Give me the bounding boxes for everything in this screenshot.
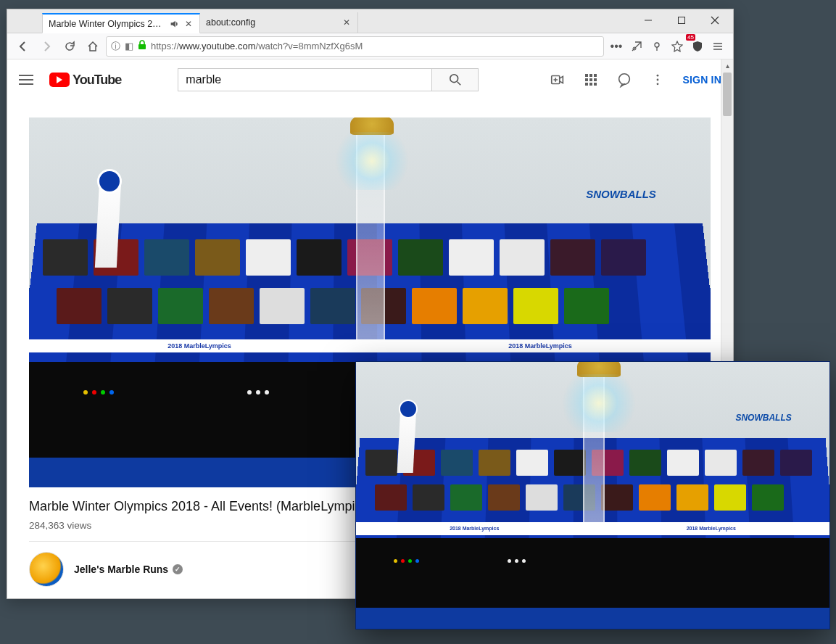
extension-icon-2[interactable] bbox=[647, 36, 666, 57]
home-button[interactable] bbox=[83, 36, 103, 57]
lock-icon bbox=[138, 40, 146, 52]
header-right: SIGN IN bbox=[549, 71, 721, 88]
scroll-thumb[interactable] bbox=[723, 73, 732, 116]
svg-point-7 bbox=[619, 74, 630, 85]
play-icon bbox=[49, 73, 70, 87]
app-menu-button[interactable] bbox=[708, 36, 727, 57]
olympic-torch bbox=[356, 125, 385, 339]
back-button[interactable] bbox=[13, 36, 33, 57]
menu-icon[interactable] bbox=[19, 71, 36, 88]
tab-leading-space bbox=[7, 9, 42, 33]
close-icon[interactable]: ✕ bbox=[342, 17, 352, 28]
channel-avatar[interactable] bbox=[29, 552, 64, 587]
verified-icon: ✓ bbox=[173, 564, 183, 574]
forward-button[interactable] bbox=[36, 36, 57, 57]
pip-thumbnail: SNOWBALLS 2018 MarbleLympics 2018 Marble… bbox=[356, 362, 829, 629]
scroll-up-icon[interactable]: ▴ bbox=[721, 59, 733, 71]
youtube-logo-text: YouTube bbox=[73, 73, 121, 88]
close-icon[interactable]: ✕ bbox=[183, 19, 194, 29]
svg-point-10 bbox=[657, 83, 659, 85]
window-maximize-button[interactable] bbox=[665, 9, 698, 31]
signin-button[interactable]: SIGN IN bbox=[682, 74, 721, 86]
blocker-extension-icon[interactable]: 45 bbox=[688, 36, 707, 57]
apps-icon[interactable] bbox=[582, 71, 600, 88]
svg-rect-1 bbox=[679, 17, 685, 24]
more-icon[interactable] bbox=[649, 71, 666, 88]
window-close-button[interactable] bbox=[698, 9, 732, 31]
channel-name[interactable]: Jelle's Marble Runs ✓ bbox=[74, 564, 183, 575]
pip-window[interactable]: SNOWBALLS 2018 MarbleLympics 2018 Marble… bbox=[355, 361, 830, 629]
create-icon[interactable] bbox=[549, 71, 566, 88]
tracking-icon[interactable]: ◧ bbox=[125, 41, 133, 51]
snowballs-sign: SNOWBALLS bbox=[586, 188, 656, 200]
svg-point-5 bbox=[450, 75, 458, 83]
svg-rect-2 bbox=[138, 44, 146, 49]
info-icon[interactable]: ⓘ bbox=[111, 40, 120, 53]
page-actions-icon[interactable]: ••• bbox=[607, 36, 626, 57]
search-bar bbox=[178, 68, 479, 91]
search-button[interactable] bbox=[431, 68, 479, 91]
tab-strip: Marble Winter Olympics 2018 - ✕ about:co… bbox=[7, 9, 733, 33]
reload-button[interactable] bbox=[59, 36, 80, 57]
toolbar: ⓘ ◧ https://www.youtube.com/watch?v=8mmN… bbox=[7, 33, 733, 59]
window-minimize-button[interactable] bbox=[632, 9, 665, 31]
svg-point-9 bbox=[657, 79, 659, 81]
tab-title: Marble Winter Olympics 2018 - bbox=[49, 19, 165, 29]
window-controls bbox=[632, 9, 732, 31]
tab-active[interactable]: Marble Winter Olympics 2018 - ✕ bbox=[42, 13, 200, 33]
messages-icon[interactable] bbox=[616, 71, 633, 88]
audio-icon[interactable] bbox=[169, 19, 179, 29]
bookmark-star-icon[interactable] bbox=[668, 36, 687, 57]
youtube-logo[interactable]: YouTube bbox=[49, 73, 121, 88]
svg-point-4 bbox=[655, 43, 659, 47]
youtube-header: YouTube SIGN IN bbox=[7, 59, 733, 100]
tab-inactive[interactable]: about:config ✕ bbox=[200, 12, 358, 33]
toolbar-right: ••• 45 bbox=[607, 36, 727, 57]
svg-point-8 bbox=[657, 75, 659, 77]
url-bar[interactable]: ⓘ ◧ https://www.youtube.com/watch?v=8mmN… bbox=[106, 36, 604, 57]
search-input[interactable] bbox=[178, 68, 431, 91]
tab-title: about:config bbox=[206, 17, 337, 28]
banner-stripe: 2018 MarbleLympics 2018 MarbleLympics bbox=[29, 339, 711, 352]
extension-icon-1[interactable] bbox=[627, 36, 646, 57]
url-text: https://www.youtube.com/watch?v=8mmNzfXg… bbox=[151, 41, 363, 51]
